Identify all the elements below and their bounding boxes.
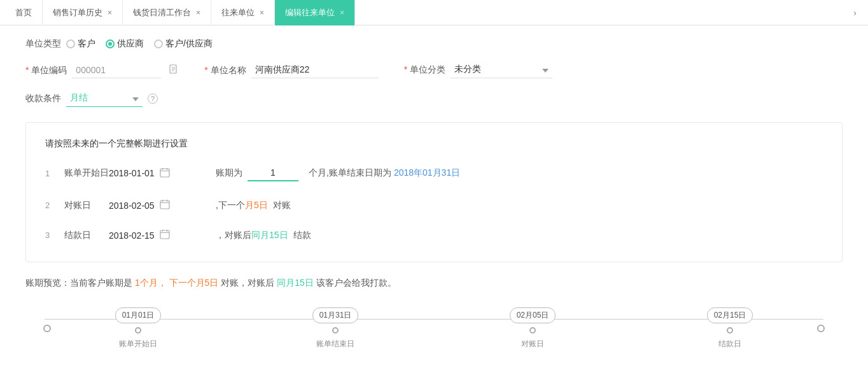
row-3-highlight: 同月15日 [251,230,288,241]
help-icon[interactable]: ? [148,94,158,104]
row-2-num: 2 [45,201,64,210]
category-group: 单位分类 未分类 [404,61,552,78]
name-label: 单位名称 [204,65,246,76]
radio-customer-circle [66,39,75,48]
svg-rect-12 [160,230,169,239]
preview-suffix: 该客户会给我打款。 [316,278,396,288]
timeline-dot-2 [332,327,339,334]
unit-type-label: 单位类型 [25,38,61,50]
row-2-date-group: 2018-02-05 [109,199,211,211]
tab-edit-partner-close[interactable]: × [340,8,344,17]
row-1-type: 账单开始日 [64,167,109,179]
tab-bar: 首页 销售订单历史 × 钱货日清工作台 × 往来单位 × 编辑往来单位 × › [0,0,868,25]
preview-text: 账期预览：当前客户账期是 1个月， 下一个月5日 对账，对账后 同月15日 该客… [25,275,843,291]
row-1-desc-prefix: 账期为 [216,167,242,179]
timeline-label-3: 对账日 [521,339,544,349]
category-chevron-icon [542,64,549,74]
tab-home[interactable]: 首页 [5,0,43,25]
timeline-dot-4 [727,327,733,334]
timeline-date-2: 01月31日 [312,307,359,323]
payment-label: 收款条件 [25,93,61,104]
tab-edit-partner[interactable]: 编辑往来单位 × [275,0,355,25]
svg-rect-4 [160,169,169,177]
radio-customer[interactable]: 客户 [66,38,95,50]
timeline-dot-3 [529,327,536,334]
timeline-container: 01月01日 账单开始日 01月31日 账单结束日 02月05日 对账日 02月… [25,306,843,351]
radio-both-label: 客户/供应商 [165,38,213,50]
row-2-highlight: 月5日 [245,200,268,211]
tab-sales-history-close[interactable]: × [108,8,112,17]
name-input[interactable] [251,62,379,78]
row-1-num: 1 [45,169,64,178]
code-input[interactable] [72,62,161,78]
svg-rect-8 [160,201,169,209]
tab-partner[interactable]: 往来单位 × [211,0,275,25]
preview-label: 账期预览：当前客户账期是 [25,278,132,288]
tab-sales-history[interactable]: 销售订单历史 × [43,0,123,25]
radio-supplier-circle [106,39,115,48]
preview-part2: 下一个月5日 [169,278,219,288]
timeline-dot-1 [135,327,141,334]
radio-customer-label: 客户 [78,38,95,50]
category-dropdown[interactable]: 未分类 [451,61,552,78]
timeline-point-1: 01月01日 账单开始日 [39,307,237,349]
name-group: 单位名称 [204,62,378,78]
preview-part1: 1个月， [135,278,167,288]
row-3-date-group: 2018-02-15 [109,229,211,241]
radio-both-circle [154,39,163,48]
detail-row-1: 1 账单开始日 2018-01-01 账期为 个月,账单结束日期为 2018年0… [45,165,823,181]
tab-partner-close[interactable]: × [260,8,264,17]
doc-icon[interactable] [169,64,179,77]
row-3-desc-prefix: ，对账后 [216,230,251,241]
row-2-date: 2018-02-05 [109,201,155,211]
radio-both[interactable]: 客户/供应商 [154,38,213,50]
row-3-calendar-icon[interactable] [160,229,170,241]
tab-scroll-right[interactable]: › [847,8,863,18]
payment-dropdown[interactable]: 月结 [66,90,143,107]
category-value: 未分类 [454,64,540,75]
row-2-desc-suffix: 对账 [273,200,291,211]
detail-row-2: 2 对账日 2018-02-05 ,下一个 月5日 对账 [45,199,823,211]
detail-row-3: 3 结款日 2018-02-15 ，对账后 同月15日 结款 [45,229,823,241]
row-3-type: 结款日 [64,230,109,241]
code-group: 单位编码 [25,62,179,78]
row-1-end-date: 2018年01月31日 [394,167,460,179]
timeline-label-1: 账单开始日 [119,339,157,349]
timeline-label-4: 结款日 [718,339,741,349]
period-section: 请按照未来的一个完整帐期进行设置 1 账单开始日 2018-01-01 账期为 … [25,122,843,262]
row-1-date: 2018-01-01 [109,168,155,178]
unit-type-group: 单位类型 客户 供应商 客户/供应商 [25,38,213,50]
radio-supplier[interactable]: 供应商 [106,38,144,50]
row-3-num: 3 [45,230,64,240]
row-1-desc-suffix: 个月,账单结束日期为 [309,167,391,179]
code-label: 单位编码 [25,65,67,76]
row-3-desc-suffix: 结款 [293,230,311,241]
tab-cash-workbench[interactable]: 钱货日清工作台 × [123,0,211,25]
timeline-date-4: 02月15日 [707,307,753,323]
radio-supplier-label: 供应商 [117,38,144,50]
category-label: 单位分类 [404,64,445,76]
timeline-date-3: 02月05日 [510,307,556,323]
timeline-label-2: 账单结束日 [316,339,354,349]
timeline-point-4: 02月15日 结款日 [631,307,829,349]
row-1-calendar-icon[interactable] [160,167,170,179]
row-3-date: 2018-02-15 [109,230,155,241]
timeline-point-2: 01月31日 账单结束日 [237,307,434,349]
preview-part3: 同月15日 [277,278,314,288]
timeline-date-1: 01月01日 [115,307,162,323]
period-input[interactable] [248,165,298,181]
payment-chevron-icon [132,93,139,103]
main-content: 单位类型 客户 供应商 客户/供应商 单位编码 [0,25,868,387]
payment-value: 月结 [70,92,130,104]
payment-group: 收款条件 月结 ? [25,90,158,107]
row-2-type: 对账日 [64,200,109,211]
row-2-desc-prefix: ,下一个 [216,200,245,211]
radio-group: 客户 供应商 客户/供应商 [66,38,213,50]
tab-cash-workbench-close[interactable]: × [196,8,200,17]
timeline-point-3: 02月05日 对账日 [434,307,631,349]
row-1-date-group: 2018-01-01 [109,167,211,179]
section-title: 请按照未来的一个完整帐期进行设置 [45,138,823,150]
row-2-calendar-icon[interactable] [160,199,170,211]
preview-middle: 对账，对账后 [221,278,274,288]
